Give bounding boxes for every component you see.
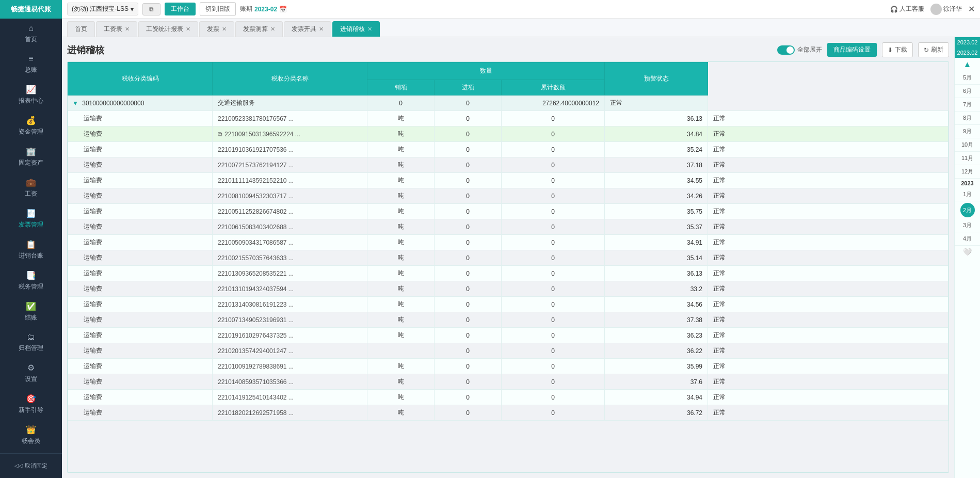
tab-salary-close[interactable]: ✕ (125, 26, 130, 33)
sidebar-item-newbie[interactable]: 🎯 新手引导 (0, 389, 62, 420)
cell-purchase: 0 (502, 157, 605, 173)
right-panel-month-2-active[interactable]: 2月 (960, 203, 975, 217)
table-row[interactable]: 运输费221019103619217075​36 ...吨0035.24正常 (68, 142, 949, 157)
calendar-icon[interactable]: 📅 (279, 6, 287, 13)
collapse-icon[interactable]: ▼ (72, 100, 78, 107)
cell-taxcode: 221010091927898386​91 ... (213, 359, 367, 374)
cell-indent: 运输费 (68, 142, 213, 157)
table-row[interactable]: 运输费⧉221009150313965922​24 ...吨0034.84正常 (68, 126, 949, 142)
sidebar-label-invoices: 发票管理 (19, 220, 43, 229)
download-label: 下载 (895, 45, 907, 54)
sidebar-item-assets[interactable]: 🏢 固定资产 (0, 141, 62, 172)
tab-home-label: 首页 (75, 25, 87, 34)
settings-button[interactable]: 商品编码设置 (827, 43, 877, 57)
right-panel-month-10[interactable]: 10月 (955, 138, 980, 152)
table-row[interactable]: 运输费221005090343170865​87 ...吨0034.91正常 (68, 235, 949, 250)
sidebar-item-funds[interactable]: 💰 资金管理 (0, 110, 62, 141)
table-row[interactable]: 运输费221008100945323037​17 ...吨0034.26正常 (68, 188, 949, 204)
cell-unit: 吨 (367, 219, 435, 235)
table-row[interactable]: 运输费221007134905231969​31 ...吨0037.38正常 (68, 312, 949, 328)
right-panel-month-4[interactable]: 4月 (955, 232, 980, 246)
tab-invoice-issue-close[interactable]: ✕ (319, 26, 324, 33)
sidebar-item-member[interactable]: 👑 畅会员 (0, 420, 62, 451)
table-row[interactable]: 运输费221014191254101434​02 ...吨0034.94正常 (68, 390, 949, 405)
table-row[interactable]: 运输费221020135742940012​47 ...0036.22正常 (68, 343, 949, 359)
cell-unit: 吨 (367, 405, 435, 421)
table-row[interactable]: 运输费221007215737621941​27 ...吨0037.18正常 (68, 157, 949, 173)
company-selector[interactable]: (勿动) 江西报宝-LSS ▾ (67, 3, 138, 15)
table-row[interactable]: ▼ 301000000000000000 交通运输服务 0 0 27262.40… (68, 95, 949, 111)
expand-toggle[interactable]: 全部展开 (777, 45, 822, 55)
table-row[interactable]: 运输费221014085935710353​66 ...吨0037.6正常 (68, 374, 949, 390)
right-panel-month-1[interactable]: 1月 (955, 188, 980, 201)
cell-sales: 0 (435, 359, 502, 374)
tab-invoice-close[interactable]: ✕ (222, 26, 227, 33)
support-link[interactable]: 🎧 人工客服 (890, 5, 924, 13)
table-row[interactable]: 运输费221018202126925719​58 ...吨0036.72正常 (68, 405, 949, 421)
right-panel-month-7[interactable]: 7月 (955, 98, 980, 111)
sidebar-item-purchase[interactable]: 📋 进销台账 (0, 234, 62, 265)
user-menu[interactable]: 徐泽华 (930, 4, 962, 15)
cell-purchase: 0 (502, 312, 605, 328)
right-panel-month-3[interactable]: 3月 (955, 219, 980, 232)
sidebar-label-ledger: 总账 (25, 66, 37, 74)
sidebar-item-checkout[interactable]: ✅ 结账 (0, 296, 62, 327)
cell-status: 正常 (708, 142, 949, 157)
sidebar-item-settings[interactable]: ⚙ 设置 (0, 358, 62, 389)
table-row[interactable]: 运输费221013093652085352​21 ...吨0036.13正常 (68, 266, 949, 281)
table-row[interactable]: 运输费221005112528266748​02 ...吨0035.75正常 (68, 204, 949, 219)
support-label: 人工客服 (899, 5, 924, 13)
sidebar-item-invoices[interactable]: 🧾 发票管理 (0, 203, 62, 234)
table-row[interactable]: 运输费221013101943240375​94 ...吨0033.2正常 (68, 281, 949, 297)
right-panel-month-6[interactable]: 6月 (955, 85, 980, 98)
purchase-icon: 📋 (26, 240, 36, 249)
right-panel-month-11[interactable]: 11月 (955, 152, 980, 165)
table-row[interactable]: 运输费221005233817801765​67 ...吨0036.13正常 (68, 111, 949, 126)
tab-invoice[interactable]: 发票 ✕ (199, 21, 234, 37)
table-row[interactable]: 运输费221010091927898386​91 ...吨0035.99正常 (68, 359, 949, 374)
toggle-switch[interactable] (777, 45, 795, 55)
cell-status: 正常 (708, 297, 949, 312)
table-row[interactable]: 运输费221019161029764373​25 ...吨0036.23正常 (68, 328, 949, 343)
tab-salary[interactable]: 工资表 ✕ (96, 21, 137, 37)
right-panel-month-5[interactable]: 5月 (955, 71, 980, 85)
sidebar-item-salary[interactable]: 💼 工资 (0, 172, 62, 203)
download-button[interactable]: ⬇ 下载 (882, 42, 913, 57)
right-panel-up-nav[interactable]: ▲ (955, 58, 980, 71)
right-panel: 2023.02 2023.02 ▲ 5月 6月 7月 8月 9月 10月 11月… (954, 37, 980, 478)
tab-salary-report-close[interactable]: ✕ (186, 26, 190, 33)
cell-taxcode: 221014085935710353​66 ... (213, 374, 367, 390)
switch-version-button[interactable]: 切到旧版 (200, 2, 236, 16)
right-panel-month-9[interactable]: 9月 (955, 125, 980, 138)
table-row[interactable]: 运输费221006150834034026​88 ...吨0035.37正常 (68, 219, 949, 235)
copy-button[interactable]: ⧉ (142, 3, 160, 15)
workbench-button[interactable]: 工作台 (165, 3, 196, 15)
right-panel-month-8[interactable]: 8月 (955, 111, 980, 125)
sidebar-item-home[interactable]: ⌂ 首页 (0, 19, 62, 49)
tab-invoice-calc[interactable]: 发票测算 ✕ (235, 21, 283, 37)
right-panel-month-12[interactable]: 12月 (955, 165, 980, 179)
table-row[interactable]: 运输费221002155703576436​33 ...吨0035.14正常 (68, 250, 949, 266)
close-button[interactable]: ✕ (968, 4, 975, 14)
sidebar-item-tax[interactable]: 📑 税务管理 (0, 265, 62, 296)
table-row[interactable]: 运输费221013140308161912​23 ...吨0034.56正常 (68, 297, 949, 312)
sidebar-item-archive[interactable]: 🗂 归档管理 (0, 327, 62, 358)
tab-salary-report-label: 工资统计报表 (146, 25, 183, 34)
sidebar-item-reports[interactable]: 📈 报表中心 (0, 79, 62, 110)
sidebar-item-ledger[interactable]: ≡ 总账 (0, 49, 62, 79)
home-icon: ⌂ (28, 24, 34, 33)
sidebar-label-salary: 工资 (25, 189, 37, 198)
cell-indent: 运输费 (68, 204, 213, 219)
cell-taxcode: 221005112528266748​02 ... (213, 204, 367, 219)
tab-home[interactable]: 首页 (67, 21, 95, 37)
cell-taxcode: 221011111435921522​10 ... (213, 173, 367, 188)
unpin-button[interactable]: ◁◁ 取消固定 (0, 458, 62, 474)
table-row[interactable]: 运输费221011111435921522​10 ...吨0034.55正常 (68, 173, 949, 188)
tab-reconcile-close[interactable]: ✕ (367, 26, 372, 33)
tab-invoice-issue[interactable]: 发票开具 ✕ (284, 21, 331, 37)
tab-invoice-calc-close[interactable]: ✕ (270, 26, 275, 33)
tab-reconcile[interactable]: 进销稽核 ✕ (332, 21, 380, 37)
tab-salary-report[interactable]: 工资统计报表 ✕ (138, 21, 198, 37)
refresh-button[interactable]: ↻ 刷新 (918, 42, 949, 57)
refresh-label: 刷新 (931, 45, 943, 54)
